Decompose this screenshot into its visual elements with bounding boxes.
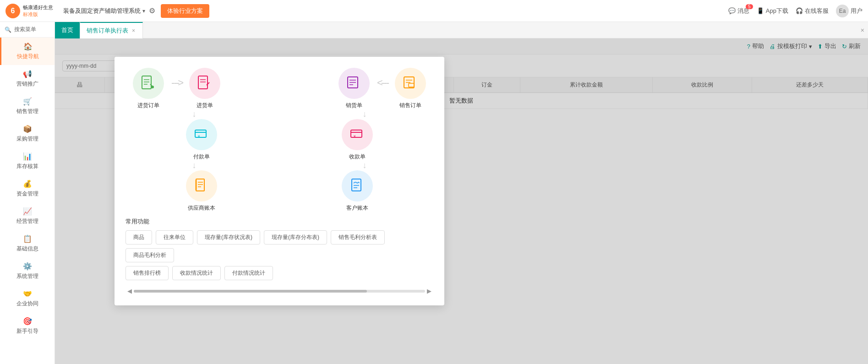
flow-diagram: 进货订单 - - -> 进货单 <box>126 68 433 212</box>
svg-rect-27 <box>352 179 361 191</box>
common-buttons-row2: 销售排行榜 收款情况统计 付款情况统计 <box>126 266 433 280</box>
purchase-order-label: 进货订单 <box>137 102 159 109</box>
common-buttons-container: 商品 往来单位 现存量(库存状况表) 现存量(库存分布表) 销售毛利分析表 商品… <box>126 230 433 262</box>
flow-lower-arrows: ↓ ↓ <box>126 161 433 170</box>
sidebar-item-marketing[interactable]: 📢 营销推广 <box>0 65 55 92</box>
sidebar-item-newbie[interactable]: 🎯 新手引导 <box>0 312 55 340</box>
sales-slip-label: 销货单 <box>346 102 362 109</box>
scroll-right-button[interactable]: ▶ <box>425 288 433 294</box>
logo-text: 畅康通好生意 标准版 <box>23 4 53 17</box>
logo-icon: 6 <box>5 4 20 18</box>
home-icon: 🏠 <box>23 42 33 51</box>
tab-home[interactable]: 首页 <box>55 22 80 38</box>
avatar: Ea <box>836 5 849 17</box>
flow-node-purchase-order[interactable]: 进货订单 <box>133 68 164 109</box>
flow-node-purchase-slip[interactable]: 进货单 <box>189 68 220 109</box>
scroll-track <box>134 290 425 293</box>
svg-rect-23 <box>195 180 197 190</box>
sidebar-item-operation[interactable]: 📈 经营管理 <box>0 202 55 230</box>
sales-slip-circle <box>338 68 370 99</box>
supplier-ledger-circle <box>186 170 217 201</box>
finance-icon: 💰 <box>23 179 32 188</box>
svg-rect-5 <box>198 76 207 89</box>
top-bar: 6 畅康通好生意 标准版 装备及固定资产辅助管理系统 ▾ ⚙ 体验行业方案 💬 … <box>0 0 868 22</box>
common-btn-payment-stats[interactable]: 付款情况统计 <box>224 266 273 280</box>
sidebar-item-purchase[interactable]: 📦 采购管理 <box>0 120 55 147</box>
arrow-1: - - -> <box>171 77 182 89</box>
operation-icon: 📈 <box>23 207 32 216</box>
arrow-down-2: ↓ <box>342 109 388 119</box>
flow-bottom-row: 供应商账本 客户账本 <box>126 170 433 212</box>
system-title: 装备及固定资产辅助管理系统 <box>63 7 141 15</box>
sidebar-item-inventory[interactable]: 📊 库存核算 <box>0 147 55 175</box>
sidebar-item-system[interactable]: ⚙️ 系统管理 <box>0 257 55 285</box>
sidebar-search-button[interactable]: 🔍 搜索菜单 <box>0 22 55 38</box>
common-btn-sales-ranking[interactable]: 销售排行榜 <box>126 266 169 280</box>
sidebar-item-basic[interactable]: 📋 基础信息 <box>0 230 55 257</box>
system-icon: ⚙️ <box>23 262 32 271</box>
common-btn-inventory-status[interactable]: 现存量(库存状况表) <box>197 230 260 244</box>
online-service-button[interactable]: 🎧 在线客服 <box>796 7 829 15</box>
scroll-left-button[interactable]: ◀ <box>126 288 134 294</box>
app-download-button[interactable]: 📱 App下载 <box>757 7 788 15</box>
message-icon: 💬 <box>728 7 736 14</box>
marketing-icon: 📢 <box>23 70 32 78</box>
common-btn-supplier[interactable]: 往来单位 <box>156 230 193 244</box>
svg-text:¥: ¥ <box>353 134 356 138</box>
sidebar-item-finance[interactable]: 💰 资金管理 <box>0 175 55 202</box>
content-area: 首页 销售订单执行表 × × ? 帮助 🖨 按 <box>55 22 868 364</box>
svg-rect-0 <box>142 76 151 89</box>
service-icon: 🎧 <box>796 7 803 14</box>
scroll-thumb <box>134 290 367 293</box>
common-btn-sales-margin[interactable]: 销售毛利分析表 <box>331 230 385 244</box>
main-area: 🔍 搜索菜单 🏠 快捷导航 📢 营销推广 🛒 销售管理 📦 采购管理 📊 <box>0 22 868 364</box>
flow-node-sales-slip[interactable]: 销货单 <box>338 68 370 109</box>
sales-order-circle <box>395 68 426 99</box>
logo-area: 6 畅康通好生意 标准版 <box>5 4 56 18</box>
common-btn-product-margin[interactable]: 商品毛利分析 <box>126 248 174 262</box>
flow-node-receipt-slip[interactable]: ¥ 收款单 <box>334 119 380 161</box>
purchase-slip-label: 进货单 <box>197 102 213 109</box>
flow-node-payment-slip[interactable]: ¥ 付款单 <box>179 119 224 161</box>
top-right-actions: 💬 消息 5 📱 App下载 🎧 在线客服 Ea 用户 <box>728 5 863 17</box>
svg-point-4 <box>151 86 154 88</box>
sidebar-item-quick-nav[interactable]: 🏠 快捷导航 <box>0 38 55 65</box>
basic-icon: 📋 <box>23 234 32 243</box>
system-dropdown-button[interactable]: ▾ <box>142 8 145 14</box>
system-title-area: 装备及固定资产辅助管理系统 ▾ <box>63 7 145 15</box>
app-container: 6 畅康通好生意 标准版 装备及固定资产辅助管理系统 ▾ ⚙ 体验行业方案 💬 … <box>0 0 868 364</box>
svg-text:¥: ¥ <box>197 134 200 138</box>
common-btn-product[interactable]: 商品 <box>126 230 152 244</box>
arrow-2: <- - - <box>377 77 388 89</box>
customer-ledger-label: 客户账本 <box>346 204 368 212</box>
arrow-down-4: ↓ <box>342 161 388 170</box>
tab-close-all-icon[interactable]: × <box>861 27 864 34</box>
payment-slip-label: 付款单 <box>193 153 210 161</box>
flow-node-supplier-ledger[interactable]: 供应商账本 <box>179 170 224 212</box>
page-content: ? 帮助 🖨 按模板打印 ▾ ⬆ 导出 ↻ 刷新 <box>55 38 868 364</box>
trial-button[interactable]: 体验行业方案 <box>161 4 209 18</box>
customer-ledger-circle <box>342 170 373 201</box>
inventory-icon: 📊 <box>23 152 32 161</box>
message-badge: 5 <box>746 4 753 9</box>
flow-node-customer-ledger[interactable]: 客户账本 <box>334 170 380 212</box>
flow-middle-arrows: ↓ ↓ <box>126 109 433 119</box>
flow-node-sales-order[interactable]: 销售订单 <box>395 68 426 109</box>
svg-rect-22 <box>196 179 204 191</box>
modal-scrollbar: ◀ ▶ <box>126 288 433 294</box>
download-icon: 📱 <box>757 7 764 14</box>
common-btn-receipt-stats[interactable]: 收款情况统计 <box>172 266 221 280</box>
svg-rect-15 <box>409 83 414 87</box>
tab-bar: 首页 销售订单执行表 × × <box>55 22 868 38</box>
common-btn-inventory-dist[interactable]: 现存量(库存分布表) <box>264 230 327 244</box>
tab-close-icon[interactable]: × <box>131 27 136 34</box>
sidebar: 🔍 搜索菜单 🏠 快捷导航 📢 营销推广 🛒 销售管理 📦 采购管理 📊 <box>0 22 55 364</box>
sidebar-item-sales[interactable]: 🛒 销售管理 <box>0 92 55 120</box>
settings-gear-button[interactable]: ⚙ <box>149 6 155 15</box>
tab-sales-order[interactable]: 销售订单执行表 × <box>80 22 143 38</box>
svg-rect-19 <box>351 130 362 137</box>
sidebar-item-enterprise[interactable]: 🤝 企业协同 <box>0 285 55 312</box>
flow-middle-row: ¥ 付款单 ¥ 收款单 <box>126 119 433 161</box>
user-menu-button[interactable]: Ea 用户 <box>836 5 863 17</box>
message-button[interactable]: 💬 消息 5 <box>728 7 749 15</box>
